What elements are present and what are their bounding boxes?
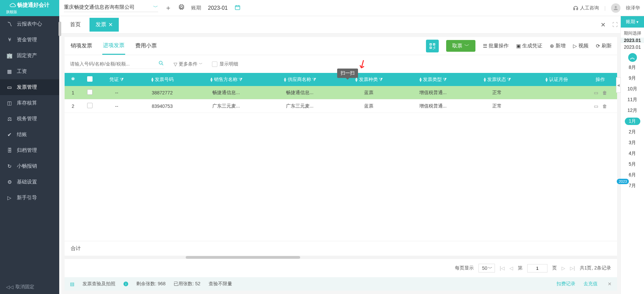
subtab-purchase[interactable]: 进项发票 (102, 37, 125, 55)
qr-icon (429, 42, 436, 50)
sidebar-item-building[interactable]: 🏢固定资产 (0, 48, 59, 64)
sidebar-item-box[interactable]: ◫库存核算 (0, 95, 59, 111)
period-button[interactable]: 账期▼ (621, 16, 644, 28)
scan-qr-button[interactable] (426, 40, 439, 52)
table-row[interactable]: 2--83940753广东三元麦...广东三元麦...蓝票增值税普通...正常▭… (65, 99, 617, 113)
month-10月[interactable]: 10月 (621, 85, 644, 93)
add-button[interactable]: ⊕新增 (550, 43, 566, 49)
month-2月[interactable]: 2月 (621, 128, 644, 136)
last-page-icon[interactable]: ▷| (570, 265, 575, 271)
more-filters[interactable]: ▽ 更多条件 ﹀ (174, 61, 203, 67)
avatar[interactable] (611, 3, 620, 13)
video-button[interactable]: ▷视频 (573, 43, 588, 49)
show-detail-checkbox[interactable]: 显示明细 (212, 61, 238, 67)
chevron-down-icon: ﹀ (488, 265, 493, 271)
col-checkbox[interactable] (81, 73, 98, 86)
sort-icon: ▲▼ (151, 77, 154, 82)
consult-link[interactable]: 人工咨询 (573, 5, 599, 11)
plus-circle-icon: ⊕ (550, 43, 554, 49)
per-page-label: 每页显示 (455, 265, 474, 271)
sidebar-item-tax[interactable]: ⚖税务管理 (0, 111, 59, 127)
info-icon[interactable]: i (123, 282, 128, 286)
chevron-down-icon: ﹀ (464, 43, 469, 49)
batch-button[interactable]: ☰批量操作 (483, 43, 509, 49)
month-5月[interactable]: 5月 (621, 161, 644, 168)
subtab-receipt[interactable]: 费用小票 (135, 38, 157, 54)
col-status[interactable]: ▲▼发票状态⧩ (465, 73, 529, 86)
month-8月[interactable]: 8月 (621, 64, 644, 71)
close-all-icon[interactable]: ✕ (599, 19, 608, 31)
add-icon[interactable]: ＋ (165, 3, 172, 12)
sidebar-scrollbar[interactable] (59, 22, 61, 36)
gear-icon[interactable] (178, 4, 184, 11)
sidebar-item-guide[interactable]: ▷新手引导 (0, 190, 59, 206)
scroll-up-button[interactable]: ︽ (628, 53, 637, 62)
sidebar-item-chart[interactable]: 〽云报表中心 (0, 16, 59, 32)
month-11月[interactable]: 11月 (621, 96, 644, 103)
month-6月[interactable]: 6月 (621, 171, 644, 179)
company-selector[interactable]: 重庆畅捷交通信息咨询有限公司 ﹀ (64, 4, 158, 12)
row-checkbox[interactable] (87, 103, 93, 108)
col-gear[interactable] (65, 73, 81, 86)
sidebar-item-archive[interactable]: 🗄归档管理 (0, 142, 59, 158)
col-type[interactable]: ▲▼发票类型⧩ (401, 73, 465, 86)
next-page-icon[interactable]: ▷ (562, 265, 565, 271)
sidebar-item-table[interactable]: ▦工资 (0, 64, 59, 79)
row-checkbox[interactable] (87, 89, 93, 95)
view-icon[interactable]: ▭ (594, 90, 598, 95)
panel-collapse[interactable]: ◀ (616, 77, 621, 93)
delete-icon[interactable]: 🗑 (602, 90, 607, 95)
sort-icon: ▲▼ (283, 77, 287, 82)
sidebar-item-money[interactable]: ￥资金管理 (0, 32, 59, 48)
archive-icon: 🗄 (6, 148, 13, 153)
table-icon: ▦ (6, 69, 13, 75)
chart-icon: 〽 (6, 21, 13, 27)
gen-voucher-button[interactable]: ▣生成凭证 (516, 43, 542, 49)
recharge-link[interactable]: 去充值 (583, 281, 598, 287)
fee-record-link[interactable]: 扣费记录 (557, 281, 575, 287)
close-icon[interactable]: ✕ (608, 281, 612, 287)
period-from[interactable]: 2023.01 (621, 38, 644, 43)
page-input[interactable] (527, 264, 547, 272)
prev-page-icon[interactable]: ◁ (509, 265, 513, 271)
col-seller[interactable]: ▲▼销售方名称⧩ (189, 73, 263, 86)
per-page-select[interactable]: 50﹀ (478, 264, 495, 272)
month-3月[interactable]: 3月 (621, 139, 644, 146)
calendar-icon[interactable] (235, 4, 241, 11)
col-voucher[interactable]: 凭证⧩ (98, 73, 135, 86)
filter-icon: ▽ (174, 61, 177, 67)
unpin-button[interactable]: ◁◁ 取消固定 (0, 280, 59, 294)
sidebar-item-settings[interactable]: ⚙基础设置 (0, 174, 59, 190)
fullscreen-icon[interactable]: ⛶ (612, 22, 618, 28)
col-supplier[interactable]: ▲▼供应商名称⧩ (263, 73, 336, 86)
search-input[interactable] (70, 59, 155, 69)
pick-invoice-button[interactable]: 取票 ﹀ (446, 40, 475, 52)
view-icon[interactable]: ▭ (594, 103, 598, 109)
sidebar-item-check[interactable]: ✔结账 (0, 127, 59, 142)
sidebar-item-reimburse[interactable]: ↻小畅报销 (0, 158, 59, 174)
scan-verify-icon: ▤ (70, 281, 74, 287)
month-4月[interactable]: 4月 (621, 150, 644, 157)
month-1月[interactable]: 1月 (625, 118, 640, 125)
sidebar-item-invoice[interactable]: ▭发票管理 (0, 79, 59, 95)
table-row[interactable]: 1--38872772畅捷通信息...畅捷通信息...蓝票增值税普通...正常▭… (65, 86, 617, 99)
search-icon[interactable] (158, 60, 164, 68)
refresh-button[interactable]: ⟳刷新 (596, 43, 612, 49)
check-icon: ✔ (6, 132, 13, 138)
col-invoice-no[interactable]: ▲▼发票号码 (135, 73, 189, 86)
subtab-sales[interactable]: 销项发票 (70, 38, 93, 54)
tab-home[interactable]: 首页 (64, 18, 87, 32)
month-9月[interactable]: 9月 (621, 75, 644, 82)
col-auth-month[interactable]: ▲▼认证月份 (529, 73, 583, 86)
first-page-icon[interactable]: |◁ (500, 265, 505, 271)
funnel-icon: ⧩ (312, 77, 316, 82)
brand-logo: 畅捷通好会计 旗舰版 (0, 0, 59, 16)
reimburse-icon: ↻ (6, 163, 13, 169)
chevron-down-icon: ﹀ (199, 61, 203, 67)
period-to[interactable]: 2023.01 (624, 44, 641, 50)
month-12月[interactable]: 12月 (621, 107, 644, 114)
tab-invoice[interactable]: 发票 ✕ (90, 18, 119, 32)
horizontal-scrollbar[interactable] (65, 256, 617, 259)
delete-icon[interactable]: 🗑 (602, 103, 607, 109)
close-icon[interactable]: ✕ (108, 22, 113, 28)
